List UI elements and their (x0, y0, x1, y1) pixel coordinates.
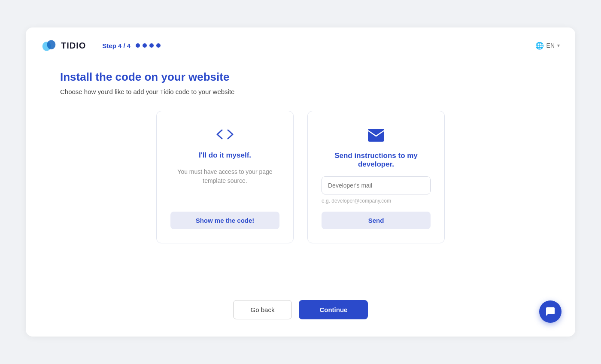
chat-fab-button[interactable] (539, 300, 562, 323)
dot-1 (136, 43, 140, 48)
mail-icon (367, 128, 385, 144)
cards-row: I'll do it myself. You must have access … (60, 111, 541, 243)
svg-rect-2 (368, 129, 384, 142)
show-code-button[interactable]: Show me the code! (170, 212, 279, 229)
developer-email-input[interactable] (322, 176, 431, 194)
step-label: Step 4 / 4 (102, 42, 131, 49)
go-back-button[interactable]: Go back (233, 300, 292, 319)
dot-3 (149, 43, 154, 48)
footer: Go back Continue (26, 286, 575, 337)
lang-selector[interactable]: 🌐 EN ▾ (535, 42, 560, 50)
self-card-desc: You must have access to your page templa… (170, 167, 279, 185)
globe-icon: 🌐 (535, 42, 544, 50)
chevron-down-icon: ▾ (557, 42, 560, 49)
self-install-card: I'll do it myself. You must have access … (156, 111, 294, 243)
code-icon (216, 128, 234, 143)
send-button[interactable]: Send (322, 212, 431, 229)
step-info: Step 4 / 4 (102, 42, 161, 49)
self-card-title: I'll do it myself. (199, 151, 251, 160)
lang-label: EN (546, 42, 555, 49)
page-title: Install the code on your website (60, 70, 229, 84)
email-hint: e.g. developer@company.com (322, 198, 391, 204)
send-developer-card: Send instructions to my developer. e.g. … (307, 111, 445, 243)
dot-2 (143, 43, 147, 48)
dot-4 (156, 43, 161, 48)
step-dots (136, 43, 161, 48)
page-subtitle: Choose how you'd like to add your Tidio … (60, 88, 234, 95)
continue-button[interactable]: Continue (299, 300, 368, 319)
content-area: Install the code on your website Choose … (26, 53, 575, 286)
svg-point-1 (47, 40, 56, 49)
tidio-logo-icon (41, 38, 57, 53)
chat-icon (545, 306, 555, 317)
main-card: TIDIO Step 4 / 4 🌐 EN ▾ Install the code (26, 27, 575, 337)
developer-card-title: Send instructions to my developer. (322, 152, 431, 169)
header: TIDIO Step 4 / 4 🌐 EN ▾ (26, 27, 575, 53)
logo-text: TIDIO (61, 41, 86, 51)
logo-area: TIDIO (41, 38, 86, 53)
